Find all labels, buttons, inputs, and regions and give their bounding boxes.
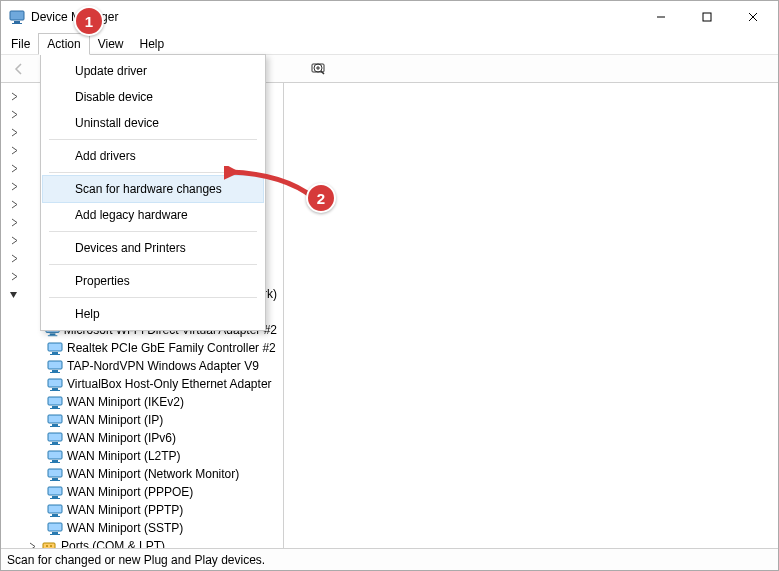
- expand-icon[interactable]: [7, 251, 21, 265]
- maximize-button[interactable]: [684, 2, 730, 32]
- scan-hardware-button[interactable]: [306, 58, 330, 80]
- device-label: TAP-NordVPN Windows Adapter V9: [67, 359, 265, 373]
- titlebar: Device Manager: [1, 1, 778, 33]
- svg-rect-27: [48, 415, 62, 423]
- device-row[interactable]: TAP-NordVPN Windows Adapter V9: [1, 357, 283, 375]
- expand-icon[interactable]: [7, 161, 21, 175]
- device-row[interactable]: Realtek PCIe GbE Family Controller #2: [1, 339, 283, 357]
- svg-rect-40: [52, 496, 58, 498]
- svg-rect-23: [50, 390, 60, 391]
- expand-icon[interactable]: [7, 179, 21, 193]
- svg-rect-1: [14, 21, 20, 23]
- device-label: WAN Miniport (IKEv2): [67, 395, 190, 409]
- device-label: WAN Miniport (PPPOE): [67, 485, 199, 499]
- network-adapter-icon: [47, 484, 63, 500]
- expand-icon[interactable]: [7, 197, 21, 211]
- ports-icon: [41, 538, 57, 548]
- device-label: WAN Miniport (PPTP): [67, 503, 189, 517]
- expand-icon[interactable]: [7, 233, 21, 247]
- svg-rect-47: [50, 534, 60, 535]
- network-adapter-icon: [47, 448, 63, 464]
- device-label: WAN Miniport (SSTP): [67, 521, 189, 535]
- svg-rect-4: [703, 13, 711, 21]
- device-row[interactable]: WAN Miniport (IKEv2): [1, 393, 283, 411]
- svg-rect-14: [47, 336, 56, 337]
- minimize-button[interactable]: [638, 2, 684, 32]
- app-icon: [9, 9, 25, 25]
- svg-rect-39: [48, 487, 62, 495]
- svg-rect-25: [52, 406, 58, 408]
- svg-rect-43: [52, 514, 58, 516]
- menu-help[interactable]: Help: [132, 33, 173, 54]
- expand-icon[interactable]: [7, 89, 21, 103]
- menu-devices-printers[interactable]: Devices and Printers: [43, 235, 263, 261]
- network-adapter-icon: [47, 376, 63, 392]
- network-adapter-icon: [47, 502, 63, 518]
- svg-rect-17: [50, 354, 60, 355]
- svg-rect-48: [43, 543, 55, 548]
- svg-rect-20: [50, 372, 60, 373]
- svg-rect-24: [48, 397, 62, 405]
- annotation-arrow: [224, 166, 318, 206]
- svg-rect-18: [48, 361, 62, 369]
- device-row[interactable]: WAN Miniport (IPv6): [1, 429, 283, 447]
- svg-rect-36: [48, 469, 62, 477]
- device-row[interactable]: WAN Miniport (PPPOE): [1, 483, 283, 501]
- svg-rect-32: [50, 444, 60, 445]
- svg-rect-46: [52, 532, 58, 534]
- network-adapter-icon: [47, 466, 63, 482]
- status-bar: Scan for changed or new Plug and Play de…: [1, 548, 778, 570]
- svg-rect-13: [49, 334, 55, 336]
- svg-point-50: [50, 545, 52, 547]
- expand-icon[interactable]: [7, 125, 21, 139]
- menu-file[interactable]: File: [3, 33, 38, 54]
- expand-icon[interactable]: [7, 269, 21, 283]
- menu-help-item[interactable]: Help: [43, 301, 263, 327]
- svg-rect-35: [50, 462, 60, 463]
- menu-bar: File Action View Help: [1, 33, 778, 55]
- expand-icon[interactable]: [7, 143, 21, 157]
- network-adapter-icon: [47, 358, 63, 374]
- menu-action[interactable]: Action: [38, 33, 89, 55]
- device-row[interactable]: WAN Miniport (Network Monitor): [1, 465, 283, 483]
- svg-rect-26: [50, 408, 60, 409]
- content-pane: [284, 83, 778, 548]
- svg-rect-29: [50, 426, 60, 427]
- device-label: WAN Miniport (IP): [67, 413, 169, 427]
- back-button[interactable]: [7, 58, 31, 80]
- svg-rect-21: [48, 379, 62, 387]
- svg-rect-31: [52, 442, 58, 444]
- device-row[interactable]: VirtualBox Host-Only Ethernet Adapter: [1, 375, 283, 393]
- expand-icon[interactable]: [25, 539, 39, 548]
- menu-uninstall-device[interactable]: Uninstall device: [43, 110, 263, 136]
- device-label: VirtualBox Host-Only Ethernet Adapter: [67, 377, 278, 391]
- close-button[interactable]: [730, 2, 776, 32]
- svg-rect-44: [50, 516, 60, 517]
- svg-rect-41: [50, 498, 60, 499]
- device-row[interactable]: WAN Miniport (PPTP): [1, 501, 283, 519]
- expand-icon[interactable]: [7, 215, 21, 229]
- svg-rect-45: [48, 523, 62, 531]
- device-row[interactable]: WAN Miniport (IP): [1, 411, 283, 429]
- menu-disable-device[interactable]: Disable device: [43, 84, 263, 110]
- annotation-badge-2: 2: [306, 183, 336, 213]
- svg-rect-38: [50, 480, 60, 481]
- annotation-badge-1: 1: [74, 6, 104, 36]
- svg-rect-0: [10, 11, 24, 20]
- svg-rect-28: [52, 424, 58, 426]
- device-row[interactable]: WAN Miniport (L2TP): [1, 447, 283, 465]
- menu-properties[interactable]: Properties: [43, 268, 263, 294]
- menu-update-driver[interactable]: Update driver: [43, 58, 263, 84]
- device-label: Realtek PCIe GbE Family Controller #2: [67, 341, 282, 355]
- device-label: WAN Miniport (L2TP): [67, 449, 187, 463]
- menu-view[interactable]: View: [90, 33, 132, 54]
- network-adapter-icon: [47, 412, 63, 428]
- category-ports[interactable]: Ports (COM & LPT): [61, 539, 171, 548]
- device-label: WAN Miniport (Network Monitor): [67, 467, 245, 481]
- expand-icon[interactable]: [7, 107, 21, 121]
- network-adapter-icon: [47, 340, 63, 356]
- device-row[interactable]: WAN Miniport (SSTP): [1, 519, 283, 537]
- svg-point-49: [46, 545, 48, 547]
- collapse-icon[interactable]: [7, 287, 20, 301]
- svg-rect-42: [48, 505, 62, 513]
